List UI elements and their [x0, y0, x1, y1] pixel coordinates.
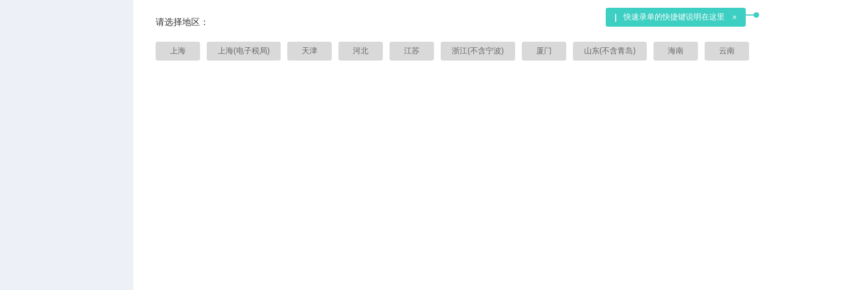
main-content: 请选择地区： 上海上海(电子税局)天津河北江苏浙江(不含宁波)厦门山东(不含青岛… — [133, 0, 868, 290]
region-btn-jiangsu[interactable]: 江苏 — [390, 42, 434, 61]
tooltip-close-button[interactable]: × — [732, 13, 737, 22]
region-btn-hebei[interactable]: 河北 — [338, 42, 383, 61]
region-btn-shanghai[interactable]: 上海 — [156, 42, 200, 61]
tooltip-connector-dot — [754, 12, 759, 18]
tooltip-text: 快速录单的快捷键说明在这里 — [623, 12, 725, 22]
region-btn-shanghai-etax[interactable]: 上海(电子税局) — [207, 42, 281, 61]
region-buttons: 上海上海(电子税局)天津河北江苏浙江(不含宁波)厦门山东(不含青岛)海南云南 — [156, 42, 846, 61]
region-btn-hainan[interactable]: 海南 — [654, 42, 698, 61]
region-btn-tianjin[interactable]: 天津 — [287, 42, 332, 61]
tooltip-banner: 快速录单的快捷键说明在这里 × — [606, 8, 746, 27]
region-btn-shandong[interactable]: 山东(不含青岛) — [573, 42, 647, 61]
region-btn-zhejiang[interactable]: 浙江(不含宁波) — [441, 42, 515, 61]
region-btn-xiamen[interactable]: 厦门 — [522, 42, 566, 61]
region-btn-yunnan[interactable]: 云南 — [705, 42, 749, 61]
left-sidebar — [0, 0, 133, 290]
